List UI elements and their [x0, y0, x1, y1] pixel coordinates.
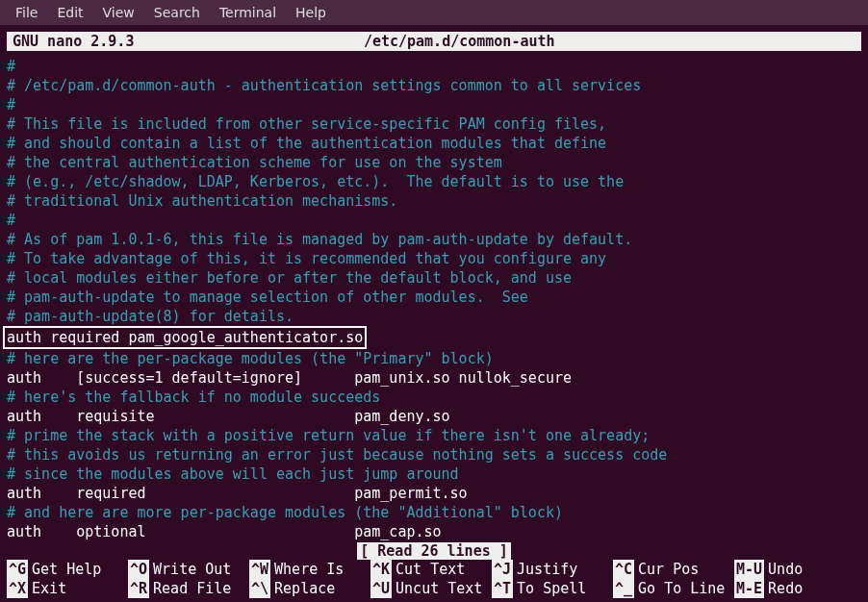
shortcut-label: Cut Text: [392, 560, 471, 579]
highlighted-line: auth required pam_google_authenticator.s…: [3, 326, 367, 349]
shortcut-key: ^W: [249, 560, 270, 579]
shortcut-label: Write Out: [149, 560, 237, 579]
shortcut-label: Where Is: [270, 560, 349, 579]
shortcut-justify[interactable]: ^JJustify: [492, 560, 613, 579]
shortcut-label: Redo: [764, 579, 808, 598]
editor-line: # the central authentication scheme for …: [7, 153, 861, 172]
editor-line: # local modules either before or after t…: [7, 268, 861, 288]
shortcut-label: To Spell: [513, 579, 592, 598]
editor-line: # and here are more per-package modules …: [7, 503, 861, 522]
editor-line: auth optional pam_cap.so: [7, 522, 861, 541]
editor-line: #: [7, 57, 861, 76]
shortcut-label: Exit: [28, 579, 72, 598]
shortcut-go-to-line[interactable]: ^_Go To Line: [613, 579, 734, 598]
shortcut-uncut-text[interactable]: ^UUncut Text: [370, 579, 492, 598]
editor-line: # this avoids us returning an error just…: [7, 445, 861, 464]
shortcut-key: ^G: [7, 560, 28, 579]
shortcut-label: Replace: [270, 579, 341, 598]
editor-line: # prime the stack with a positive return…: [7, 426, 861, 445]
shortcut-label: Uncut Text: [392, 579, 488, 598]
shortcut-key: ^R: [128, 579, 149, 598]
editor-line: # traditional Unix authentication mechan…: [7, 191, 861, 211]
shortcut-key: ^C: [613, 560, 634, 579]
shortcut-key: ^_: [613, 579, 634, 598]
editor-line: #: [7, 211, 861, 230]
shortcut-key: ^K: [370, 560, 392, 579]
editor-line: # pam-auth-update to manage selection of…: [7, 288, 861, 307]
shortcut-key: ^X: [7, 579, 28, 598]
editor-line: auth [success=1 default=ignore] pam_unix…: [7, 368, 861, 388]
editor-line: # This file is included from other servi…: [7, 114, 861, 134]
editor-line: # As of pam 1.0.1-6, this file is manage…: [7, 230, 861, 249]
menu-help[interactable]: Help: [286, 3, 336, 22]
shortcut-to-spell[interactable]: ^TTo Spell: [492, 579, 613, 598]
nano-titlebar: GNU nano 2.9.3 /etc/pam.d/common-auth: [7, 32, 861, 51]
editor-line: auth requisite pam_deny.so: [7, 407, 861, 426]
shortcut-key: ^O: [128, 560, 149, 579]
nano-filename: /etc/pam.d/common-auth: [95, 32, 823, 51]
shortcut-write-out[interactable]: ^OWrite Out: [128, 560, 249, 579]
editor-area[interactable]: ## /etc/pam.d/common-auth - authenticati…: [0, 51, 868, 541]
editor-line: # and should contain a list of the authe…: [7, 134, 861, 153]
menu-edit[interactable]: Edit: [47, 3, 92, 22]
status-message: [ Read 26 lines ]: [0, 542, 868, 560]
shortcut-key: ^J: [492, 560, 513, 579]
editor-line: auth required pam_google_authenticator.s…: [7, 326, 861, 349]
shortcut-where-is[interactable]: ^WWhere Is: [249, 560, 370, 579]
menubar: File Edit View Search Terminal Help: [0, 0, 868, 25]
editor-line: # since the modules above will each just…: [7, 464, 861, 484]
shortcut-key: ^\: [249, 579, 270, 598]
shortcut-cur-pos[interactable]: ^CCur Pos: [613, 560, 734, 579]
shortcut-key: M-U: [734, 560, 764, 579]
shortcut-undo[interactable]: M-UUndo: [734, 560, 827, 579]
editor-line: # To take advantage of this, it is recom…: [7, 249, 861, 268]
shortcut-key: ^U: [370, 579, 392, 598]
editor-line: # here's the fallback if no module succe…: [7, 388, 861, 407]
menu-view[interactable]: View: [93, 3, 144, 22]
editor-line: # pam-auth-update(8) for details.: [7, 307, 861, 326]
shortcut-label: Read File: [149, 579, 237, 598]
shortcut-redo[interactable]: M-ERedo: [734, 579, 827, 598]
editor-line: # (e.g., /etc/shadow, LDAP, Kerberos, et…: [7, 172, 861, 191]
shortcut-bar: ^GGet Help^OWrite Out^WWhere Is^KCut Tex…: [0, 560, 868, 598]
shortcut-label: Get Help: [28, 560, 107, 579]
shortcut-cut-text[interactable]: ^KCut Text: [370, 560, 492, 579]
menu-search[interactable]: Search: [144, 3, 210, 22]
menu-file[interactable]: File: [6, 3, 47, 22]
shortcut-exit[interactable]: ^XExit: [7, 579, 128, 598]
editor-line: # here are the per-package modules (the …: [7, 349, 861, 368]
shortcut-label: Undo: [764, 560, 808, 579]
shortcut-get-help[interactable]: ^GGet Help: [7, 560, 128, 579]
shortcut-key: ^T: [492, 579, 513, 598]
shortcut-label: Go To Line: [634, 579, 730, 598]
editor-line: auth required pam_permit.so: [7, 484, 861, 503]
shortcut-replace[interactable]: ^\Replace: [249, 579, 370, 598]
menu-terminal[interactable]: Terminal: [210, 3, 286, 22]
shortcut-label: Cur Pos: [634, 560, 704, 579]
shortcut-label: Justify: [513, 560, 583, 579]
editor-line: #: [7, 95, 861, 114]
editor-line: # /etc/pam.d/common-auth - authenticatio…: [7, 76, 861, 95]
shortcut-read-file[interactable]: ^RRead File: [128, 579, 249, 598]
shortcut-key: M-E: [734, 579, 764, 598]
